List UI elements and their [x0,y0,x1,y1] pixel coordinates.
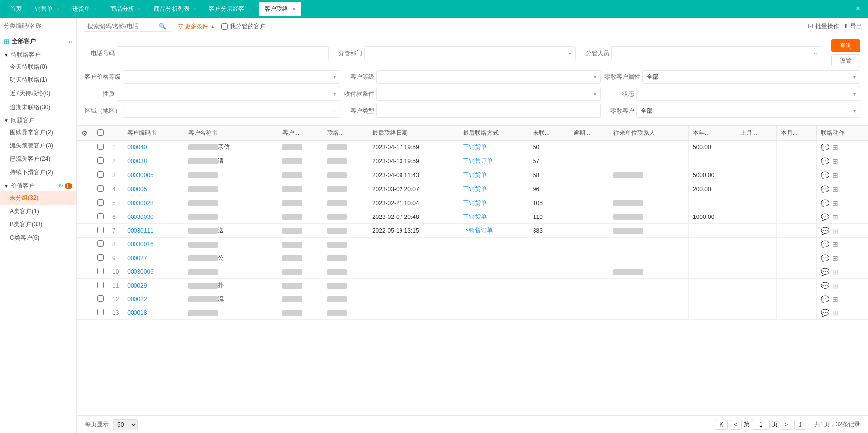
code-sort-icon[interactable]: ⇅ [152,129,157,136]
filter-phone-input[interactable] [117,46,329,60]
sidebar-item-b-customers[interactable]: B类客户(33) [0,218,76,231]
grid-action-icon[interactable]: ⊞ [832,254,838,262]
row-checkbox[interactable] [97,268,104,274]
grid-action-icon[interactable]: ⊞ [832,199,838,207]
sidebar-item-tomorrow-pending[interactable]: 明天待联络(1) [0,73,76,87]
sidebar-item-declining-customer[interactable]: 持续下滑客户(2) [0,166,76,179]
message-icon[interactable]: 💬 [821,254,829,262]
area-more-icon[interactable]: ··· [331,107,336,114]
sidebar-collapse-btn[interactable]: « [69,38,72,45]
sidebar-item-churn-warning[interactable]: 流失预警客户(3) [0,139,76,152]
sidebar-search-input[interactable] [4,22,77,29]
sidebar-item-overdue-pending[interactable]: 逾期未联络(30) [0,101,76,114]
filter-area-select[interactable]: ··· [123,104,340,118]
contact-method-link[interactable]: 下销售订单 [463,157,493,164]
grid-action-icon[interactable]: ⊞ [832,282,838,289]
grid-action-icon[interactable]: ⊞ [832,171,838,179]
sidebar-item-c-customers[interactable]: C类客户(6) [0,231,76,245]
select-all-checkbox[interactable] [97,129,104,136]
tab-sales[interactable]: 销售单 × [29,2,66,16]
tab-home[interactable]: 首页 [4,2,28,16]
more-conditions-btn[interactable]: ▽ 更多条件 ▲ [178,22,215,31]
all-customers-header[interactable]: ⊞ 全部客户 « [0,34,76,49]
my-customers-checkbox[interactable] [221,23,228,30]
close-goods-analysis-list-tab[interactable]: × [194,6,197,12]
tab-customer-contact[interactable]: 客户联络 × [259,2,301,16]
message-icon[interactable]: 💬 [821,282,829,289]
manager-more-icon[interactable]: ··· [814,50,819,57]
row-checkbox[interactable] [97,213,104,219]
row-checkbox[interactable] [97,240,104,247]
name-sort-icon[interactable]: ⇅ [213,129,218,136]
filter-search-icon[interactable]: 🔍 [159,23,166,30]
grid-action-icon[interactable]: ⊞ [832,240,838,248]
filter-nature-select[interactable]: ▾ [117,87,340,101]
row-checkbox[interactable] [97,282,104,288]
row-checkbox[interactable] [97,227,104,233]
message-icon[interactable]: 💬 [821,213,829,221]
grid-action-icon[interactable]: ⊞ [832,185,838,193]
grid-action-icon[interactable]: ⊞ [832,144,838,151]
tab-goods-analysis[interactable]: 商品分析 × [104,2,147,16]
contact-method-link[interactable]: 下销货单 [463,213,487,220]
message-icon[interactable]: 💬 [821,295,829,303]
contact-method-link[interactable]: 下销货单 [463,199,487,206]
filter-payment-select[interactable]: ▾ [376,87,600,101]
message-icon[interactable]: 💬 [821,185,829,193]
message-icon[interactable]: 💬 [821,171,829,179]
filter-status-select[interactable]: ▾ [636,87,860,101]
contact-method-link[interactable]: 下销货单 [463,171,487,178]
message-icon[interactable]: 💬 [821,199,829,207]
close-goods-analysis-tab[interactable]: × [138,6,141,12]
row-checkbox[interactable] [97,157,104,164]
row-checkbox[interactable] [97,171,104,178]
filter-retail-attr-select[interactable]: 全部▾ [642,70,860,84]
message-icon[interactable]: 💬 [821,227,829,235]
sidebar-item-lost-customer[interactable]: 已流失客户(24) [0,152,76,166]
message-icon[interactable]: 💬 [821,157,829,165]
filter-search-input[interactable] [87,23,157,30]
filter-customer-type-select[interactable] [376,104,600,118]
sidebar-item-hoarding-abnormal[interactable]: 囤购异常客户(2) [0,126,76,139]
window-close-button[interactable]: × [852,4,864,13]
column-settings-icon[interactable]: ⚙ [81,129,88,137]
message-icon[interactable]: 💬 [821,309,829,317]
close-purchase-tab[interactable]: × [94,6,97,12]
message-icon[interactable]: 💬 [821,268,829,276]
tab-goods-analysis-list[interactable]: 商品分析列表 × [148,2,202,16]
page-input[interactable] [752,420,770,430]
sidebar-item-today-pending[interactable]: 今天待联络(0) [0,60,76,73]
batch-operation-btn[interactable]: ☑ 批量操作 [808,22,839,31]
filter-manager-select[interactable]: ··· [611,46,823,60]
message-icon[interactable]: 💬 [821,144,829,151]
row-checkbox[interactable] [97,309,104,315]
query-button[interactable]: 查询 [831,39,860,52]
next-page-btn[interactable]: > [780,420,792,430]
prev-page-btn[interactable]: < [730,420,742,430]
page-size-select[interactable]: 50 20 100 [113,419,138,430]
sidebar-item-7days-pending[interactable]: 近7天待联络(0) [0,87,76,100]
tab-customer-tier[interactable]: 客户分层经客 × [203,2,258,16]
grid-action-icon[interactable]: ⊞ [832,213,838,221]
row-checkbox[interactable] [97,185,104,192]
row-checkbox[interactable] [97,295,104,302]
sidebar-item-a-customers[interactable]: A类客户(1) [0,205,76,218]
value-group-header[interactable]: ▼ 价值客户 ↻ F [0,180,76,191]
row-checkbox[interactable] [97,199,104,206]
tab-purchase[interactable]: 进货单 × [67,2,103,16]
reset-button[interactable]: 设置 [831,54,860,67]
contact-method-link[interactable]: 下销货单 [463,185,487,192]
filter-price-level-select[interactable]: ▾ [123,70,340,84]
row-checkbox[interactable] [97,144,104,150]
close-customer-tier-tab[interactable]: × [249,6,252,12]
export-btn[interactable]: ⬆ 导出 [843,22,862,31]
filter-retail-customer-select[interactable]: 全部▾ [636,104,860,118]
my-customers-checkbox-area[interactable]: 我分管的客户 [221,22,266,31]
last-page-btn[interactable]: 1 [794,420,806,430]
filter-dept-select[interactable]: ▾ [364,46,576,60]
row-checkbox[interactable] [97,254,104,261]
contact-method-link[interactable]: 下销货单 [463,144,487,150]
value-refresh-icon[interactable]: ↻ [58,182,63,189]
close-customer-contact-tab[interactable]: × [292,6,295,12]
message-icon[interactable]: 💬 [821,240,829,248]
